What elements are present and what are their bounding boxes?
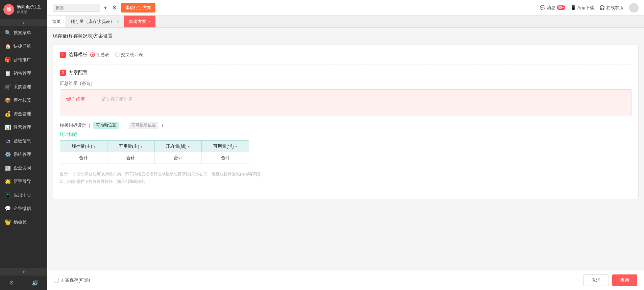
search-menu-icon: 🔍 [5,30,11,36]
tab-inventory-status[interactable]: 现存量（库存状况表） × [66,16,124,27]
sidebar-item-app-center[interactable]: 📱 应用中心 [0,188,47,202]
cancel-button[interactable]: 取消 [583,274,609,286]
stats-col-1-label: 可用量(主) [119,143,140,149]
query-button[interactable]: 查询 [612,274,637,286]
sidebar-item-label: 搜索菜单 [14,30,31,36]
stats-col-2-header[interactable]: 现存量(辅) ▾ [155,141,202,152]
section-template: 1 选择模板 汇总表 交叉统计表 [60,52,631,58]
indicator-settings-prefix: 模板指标设定（ [60,122,91,128]
search-input[interactable] [53,4,100,12]
marketing-icon: 🎁 [5,57,11,63]
basic-info-icon: 🗂 [5,138,11,144]
stats-section-label: 统计指标 [60,131,631,138]
volume-icon[interactable]: 🔊 [29,278,41,287]
stats-table: 现存量(主) ▾ 可用量(主) ▾ 现存量(辅) ▾ [60,140,249,164]
radio-cross[interactable]: 交叉统计表 [115,52,143,58]
brand-edition: 标准版 [17,10,41,15]
stats-col-0-header[interactable]: 现存量(主) ▾ [60,141,107,152]
section-2-number: 2 [60,70,66,76]
indicator-settings: 模板指标设定（ 可拖动位置 不可拖动位置 ） 统计指标 现存量(主) [60,122,631,164]
sidebar-item-search-menu[interactable]: 🔍 搜索菜单 [0,26,47,40]
sidebar-item-quick-nav[interactable]: 🏠 快捷导航 [0,40,47,53]
tab-new-plan[interactable]: 新建方案 × [124,16,156,27]
tabs-bar: 首页 现存量（库存状况表） × 新建方案 × [47,16,644,28]
draggable-tag: 可拖动位置 [93,122,119,129]
gear-icon[interactable]: ⚙ [111,4,118,11]
sidebar-item-label: 新手引导 [14,178,31,185]
sidebar-item-label: 企业协同 [14,165,31,171]
page-title: 现存量(库存状况表)方案设置 [53,33,639,39]
message-badge: 99+ [557,5,565,10]
stats-col-1-header[interactable]: 可用量(主) ▾ [107,141,155,152]
wechat-icon: 💬 [5,206,11,212]
stats-col-3-dropdown-icon[interactable]: ▾ [235,144,237,149]
sidebar-item-label: 企业微信 [14,206,31,212]
tab-home[interactable]: 首页 [47,16,66,27]
app-download-item[interactable]: 📱 App下载 [571,5,594,11]
sidebar-item-member[interactable]: 👑 畅会员 [0,215,47,229]
stats-col-2-label: 现存量(辅) [166,143,187,149]
inventory-icon: 📦 [5,97,11,103]
app-download-label: App下载 [577,5,594,11]
sidebar-bottom: ⚙ 🔊 [0,275,47,290]
sidebar-item-purchase[interactable]: 🛒 采购管理 [0,80,47,94]
section-2-title: 方案配置 [69,70,88,76]
stats-body-col-2: 合计 [155,152,202,164]
brand-icon: 畅 [3,4,14,15]
enterprise-icon: 🏢 [5,165,11,171]
sidebar-item-inventory[interactable]: 📦 库存核算 [0,94,47,107]
sidebar-item-label: 库存核算 [14,97,31,103]
sidebar-scroll-up[interactable]: ▲ [0,19,47,26]
sidebar-scroll-down[interactable]: ▼ [0,268,47,275]
dimension-area: *纵向维度 —— 请选择分组维度 [60,89,631,116]
stats-col-0-dropdown-icon[interactable]: ▾ [94,144,96,149]
tab-home-label: 首页 [52,19,61,25]
sidebar-item-label: 畅会员 [14,219,27,225]
sidebar-item-system[interactable]: ⚙️ 系统管理 [0,148,47,161]
sidebar-item-finance[interactable]: 💰 资金管理 [0,107,47,121]
sidebar-item-operation[interactable]: 📊 经营管理 [0,121,47,134]
operation-icon: 📊 [5,124,11,130]
sidebar-item-newbie[interactable]: 🌟 新手引导 [0,175,47,188]
indicator-settings-sep [122,122,126,128]
sales-icon: 📋 [5,70,11,76]
sidebar: 畅 畅康通好生意 标准版 ▲ 🔍 搜索菜单 🏠 快捷导航 🎁 营销推广 📋 销售… [0,0,47,290]
tab-new-plan-close[interactable]: × [148,19,151,24]
save-checkbox[interactable] [54,278,59,283]
sidebar-item-label: 系统管理 [14,151,31,158]
sidebar-item-basic-info[interactable]: 🗂 基础信息 [0,134,47,148]
sidebar-item-label: 营销推广 [14,57,31,63]
customer-service-item[interactable]: 🎧 在线客服 [599,5,624,11]
avatar[interactable] [629,3,639,13]
system-icon: ⚙️ [5,151,11,158]
tab-inventory-status-close[interactable]: × [117,19,119,24]
tab-inventory-status-label: 现存量（库存状况表） [71,19,115,25]
message-item[interactable]: 💬 消息 99+ [540,5,565,11]
member-icon: 👑 [5,219,11,225]
radio-summary[interactable]: 汇总表 [90,52,109,58]
sidebar-item-marketing[interactable]: 🎁 营销推广 [0,53,47,67]
vertical-dim-label: *纵向维度 [66,96,85,102]
industry-btn[interactable]: 体验行业方案 [121,3,155,13]
dim-separator: —— [89,97,98,102]
sidebar-item-label: 基础信息 [14,138,31,144]
sidebar-item-enterprise[interactable]: 🏢 企业协同 [0,161,47,175]
sidebar-item-sales[interactable]: 📋 销售管理 [0,67,47,80]
newbie-icon: 🌟 [5,178,11,185]
sidebar-nav: 🔍 搜索菜单 🏠 快捷导航 🎁 营销推广 📋 销售管理 🛒 采购管理 📦 库存核… [0,26,47,268]
stats-col-3-header[interactable]: 可用量(辅) ▾ [202,141,249,152]
settings-panel: 1 选择模板 汇总表 交叉统计表 [53,45,639,199]
not-draggable-tag: 不可拖动位置 [129,122,158,129]
section-divider-1 [60,65,631,65]
message-label: 消息 [547,5,555,11]
stats-col-2-dropdown-icon[interactable]: ▾ [188,144,190,149]
topbar-right: 💬 消息 99+ 📱 App下载 🎧 在线客服 [540,3,639,13]
section-config: 2 方案配置 汇总维度（必选） *纵向维度 —— 请选择分组维度 [60,70,631,185]
settings-icon[interactable]: ⚙ [6,278,17,287]
sidebar-item-wechat[interactable]: 💬 企业微信 [0,202,47,215]
app-download-icon: 📱 [571,5,576,10]
footer-buttons: 取消 查询 [583,274,637,286]
stats-col-1-dropdown-icon[interactable]: ▾ [141,144,143,149]
message-icon: 💬 [540,5,545,10]
dropdown-icon[interactable]: ▾ [103,4,108,11]
